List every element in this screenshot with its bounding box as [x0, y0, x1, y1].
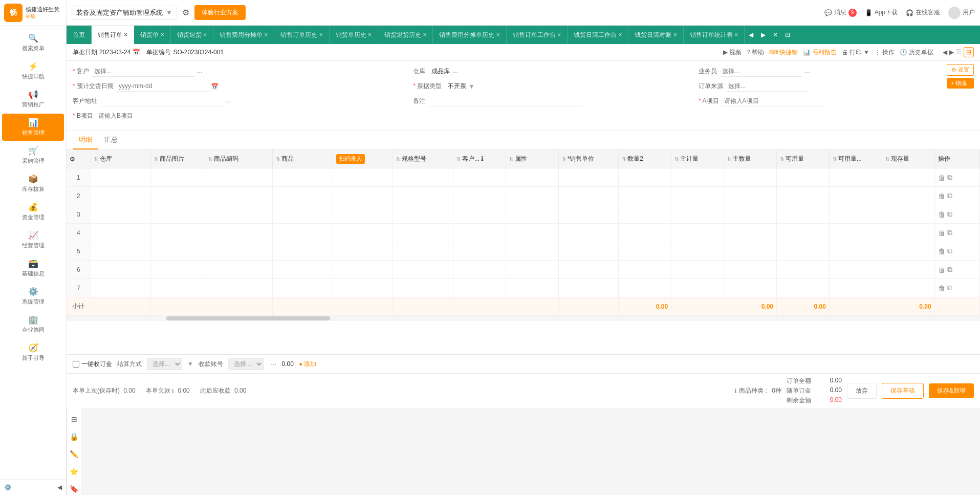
history-btn[interactable]: 🕐 历史单据: [900, 48, 933, 57]
app-download-btn[interactable]: 📱 App下载: [865, 8, 898, 17]
row-code-1[interactable]: [205, 168, 272, 187]
add-logistics-button[interactable]: + 物流: [947, 78, 974, 89]
save-new-button[interactable]: 保存&新增: [929, 383, 974, 398]
row-code-2[interactable]: [205, 187, 272, 205]
layout-btn1[interactable]: ☰: [956, 47, 962, 57]
sidebar-item-sales[interactable]: 📊 销售管理: [2, 114, 64, 141]
discard-button[interactable]: 放弃: [847, 383, 877, 399]
sidebar-item-basic[interactable]: 🗃️ 基础信息: [2, 254, 64, 282]
row-stock-1[interactable]: [882, 168, 934, 187]
messages-btn[interactable]: 💬 消息 9: [824, 8, 857, 17]
shortcut-btn[interactable]: ⌨ 快捷键: [769, 48, 798, 57]
row-image-1[interactable]: [151, 168, 205, 187]
sidebar-item-enterprise[interactable]: 🏢 企业协同: [2, 311, 64, 338]
salesperson-input[interactable]: [720, 66, 802, 77]
app-selector[interactable]: 装备及固定资产辅助管理系统 ▼: [72, 6, 177, 20]
delete-row-1-btn[interactable]: 🗑: [938, 174, 945, 182]
row-goods-2[interactable]: [273, 187, 333, 205]
tab-next-btn[interactable]: ▶: [757, 26, 769, 44]
prev-record-btn[interactable]: ◀: [943, 47, 947, 57]
address-more-btn[interactable]: ···: [225, 97, 231, 105]
col-scan[interactable]: 扫码录入: [333, 150, 393, 168]
sidebar-item-guide[interactable]: 🧭 新手引导: [2, 339, 64, 366]
tab-order-workbench[interactable]: 销售订单工作台 ×: [507, 26, 568, 44]
solution-button[interactable]: 体验行业方案: [194, 5, 246, 20]
copy-row-5-btn[interactable]: ⧉: [947, 247, 952, 255]
next-record-btn[interactable]: ▶: [949, 47, 954, 57]
row-avail-1[interactable]: [776, 168, 829, 187]
sidebar-item-marketing[interactable]: 📢 营销推广: [2, 85, 64, 113]
tab-return-history[interactable]: 销货退货历史 ×: [378, 26, 433, 44]
delete-row-3-btn[interactable]: 🗑: [938, 210, 945, 219]
row-qty2-2[interactable]: [619, 187, 671, 205]
print-btn[interactable]: 🖨 打印 ▼: [842, 48, 869, 57]
row-main-qty-1[interactable]: [724, 168, 777, 187]
receipt-more-btn[interactable]: ···: [271, 360, 277, 368]
tab-sales-return[interactable]: 销货退货 ×: [171, 26, 213, 44]
delete-row-6-btn[interactable]: 🗑: [938, 266, 945, 274]
invoice-dropdown-icon[interactable]: ▼: [468, 83, 474, 90]
right-panel-btn-5[interactable]: 🔖: [68, 483, 80, 495]
tab-sales-expense[interactable]: 销售费用分摊单 ×: [213, 26, 274, 44]
remark-input[interactable]: [428, 96, 582, 106]
tab-close-all-btn[interactable]: ✕: [769, 26, 781, 44]
sidebar-item-ops[interactable]: 📈 经营管理: [2, 226, 64, 253]
scan-input-btn[interactable]: 扫码录入: [336, 154, 365, 164]
view-video-btn[interactable]: ▶ 视频: [723, 48, 742, 57]
row-spec-1[interactable]: [393, 168, 453, 187]
row-warehouse-1[interactable]: [91, 168, 151, 187]
tab-expense-history[interactable]: 销售费用分摊单历史 ×: [433, 26, 506, 44]
row-avail2-1[interactable]: [829, 168, 882, 187]
right-panel-btn-2[interactable]: 🔒: [68, 431, 80, 443]
customer-more-btn[interactable]: ···: [197, 68, 203, 76]
tab-cash-reconcile[interactable]: 钱货日清对账 ×: [628, 26, 683, 44]
row-stock-2[interactable]: [882, 187, 934, 205]
tab-summary[interactable]: 汇总: [98, 131, 124, 149]
row-customer-1[interactable]: [453, 168, 506, 187]
receipt-account-select[interactable]: 选择...: [228, 358, 264, 370]
add-payment-btn[interactable]: ● 添加: [299, 360, 316, 369]
right-panel-btn-4[interactable]: ⭐: [68, 465, 80, 478]
copy-row-7-btn[interactable]: ⧉: [947, 284, 952, 292]
a-project-input[interactable]: [722, 96, 824, 106]
sidebar-item-purchase[interactable]: 🛒 采购管理: [2, 142, 64, 169]
profit-btn[interactable]: 📊 毛利预告: [803, 48, 837, 57]
right-panel-btn-3[interactable]: ✏️: [68, 448, 80, 460]
tab-home[interactable]: 首页: [67, 26, 92, 44]
salesperson-more-btn[interactable]: ···: [804, 68, 810, 76]
layout-btn2[interactable]: ⊟: [964, 47, 974, 57]
tab-sales-stats[interactable]: 销售订单统计表 ×: [684, 26, 745, 44]
sidebar-item-inventory[interactable]: 📦 库存核算: [2, 170, 64, 197]
quick-checkout-checkbox[interactable]: [73, 361, 79, 368]
copy-row-6-btn[interactable]: ⧉: [947, 265, 952, 274]
payment-method-select[interactable]: 选择...: [147, 358, 182, 370]
tab-sales-order[interactable]: 销售订单 ×: [92, 26, 134, 44]
row-unit-1[interactable]: [558, 168, 619, 187]
settings-button[interactable]: ⚙ 设置: [947, 64, 974, 76]
ops-btn[interactable]: ⋮ 操作: [875, 48, 895, 57]
copy-row-3-btn[interactable]: ⧉: [947, 210, 952, 219]
row-unit-2[interactable]: [558, 187, 619, 205]
tab-detail[interactable]: 明细: [73, 131, 98, 149]
address-input[interactable]: [100, 96, 223, 106]
help-btn[interactable]: ? 帮助: [747, 48, 764, 57]
col-settings[interactable]: ⚙: [67, 150, 91, 168]
row-goods-1[interactable]: [273, 168, 333, 187]
delete-row-2-btn[interactable]: 🗑: [938, 192, 945, 200]
row-main-qty-2[interactable]: [724, 187, 777, 205]
row-warehouse-2[interactable]: [91, 187, 151, 205]
row-main-unit-2[interactable]: [671, 187, 724, 205]
warehouse-more-btn[interactable]: ···: [452, 68, 458, 76]
online-service-btn[interactable]: 🎧 在线客服: [906, 8, 940, 17]
row-attr-2[interactable]: [506, 187, 558, 205]
calendar-icon[interactable]: 📅: [133, 49, 140, 56]
copy-row-4-btn[interactable]: ⧉: [947, 228, 952, 237]
row-spec-2[interactable]: [393, 187, 453, 205]
calendar2-icon[interactable]: 📅: [211, 83, 219, 90]
row-qty2-1[interactable]: [619, 168, 671, 187]
right-panel-btn-1[interactable]: ⊟: [68, 413, 80, 425]
row-scan-2[interactable]: [333, 187, 393, 205]
tab-sales-order-history[interactable]: 销售订单历史 ×: [274, 26, 329, 44]
sidebar-item-quick-nav[interactable]: ⚡ 快捷导航: [2, 57, 64, 84]
tab-menu-btn[interactable]: ⊟: [781, 26, 794, 44]
